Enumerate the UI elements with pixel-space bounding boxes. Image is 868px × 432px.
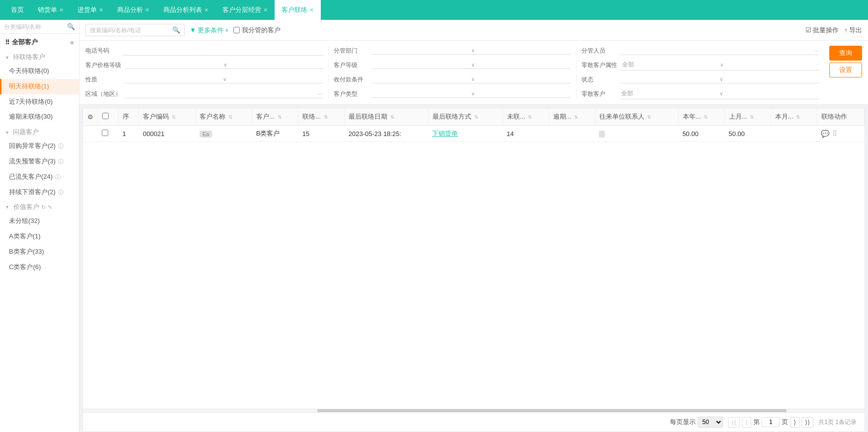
nav-customer-tier[interactable]: 客户分层经营 ✕ [216, 0, 275, 20]
sidebar-search-input[interactable] [4, 23, 67, 30]
advanced-filters: 电话号码 分管部门 ∨ 分管人员 [79, 41, 868, 105]
nature-select[interactable]: ∨ [123, 75, 323, 83]
region-more-icon[interactable]: ··· [318, 91, 322, 97]
col-action: 联络动作 [817, 108, 864, 126]
row-this-month [771, 126, 817, 142]
col-not-contacted[interactable]: 未联... ⇅ [503, 108, 549, 126]
last-method-link[interactable]: 下销货单 [432, 130, 458, 137]
col-gear[interactable]: ⚙ [83, 108, 98, 126]
nav-product-analysis[interactable]: 商品分析 ✕ [110, 0, 156, 20]
row-checkbox[interactable] [98, 126, 118, 142]
col-this-year[interactable]: 本年... ⇅ [678, 108, 724, 126]
select-all-checkbox[interactable] [102, 113, 109, 119]
row-code: 000021 [139, 126, 196, 142]
cust-grade-select[interactable]: ∨ [371, 61, 572, 69]
col-unit-contact[interactable]: 往来单位联系人 ⇅ [595, 108, 678, 126]
col-overdue[interactable]: 逾期... ⇅ [549, 108, 595, 126]
nav-sales-close[interactable]: ✕ [59, 7, 64, 13]
col-type[interactable]: 客户... ⇅ [252, 108, 298, 126]
cust-type-select[interactable]: ∨ [371, 90, 572, 98]
setting-button[interactable]: 设置 [829, 63, 862, 77]
dept-arrow: ∨ [471, 48, 569, 53]
sidebar-item-today[interactable]: 今天待联络(0) [0, 64, 79, 79]
more-conditions-btn[interactable]: ▼ 更多条件 ∧ [190, 26, 228, 35]
col-code[interactable]: 客户编码 ⇅ [139, 108, 196, 126]
first-page-btn[interactable]: ⟨⟨ [728, 417, 740, 428]
refresh-icon[interactable]: ↻ [41, 204, 46, 211]
search-icon[interactable]: 🔍 [67, 23, 75, 30]
pagination: ⟨⟨ ⟨ 第 页 ⟩ ⟩⟩ [728, 417, 813, 428]
search-icon[interactable]: 🔍 [172, 26, 180, 34]
filter-price-grade: 客户价格等级 ∨ [85, 61, 323, 70]
per-page-select[interactable]: 50 100 [698, 417, 723, 428]
sidebar-search-box[interactable]: 🔍 [0, 20, 79, 34]
divider5 [328, 74, 329, 84]
price-grade-select[interactable]: ∨ [124, 61, 323, 69]
nav-product-list-close[interactable]: ✕ [204, 7, 209, 13]
page-input[interactable] [762, 417, 780, 427]
export-btn[interactable]: ↑ 导出 [845, 26, 863, 35]
query-button[interactable]: 查询 [829, 46, 862, 61]
nav-product-analysis-close[interactable]: ✕ [145, 7, 149, 13]
sidebar-item-unclassified[interactable]: 未分组(32) [0, 214, 79, 229]
col-contact[interactable]: 联络... ⇅ [298, 108, 345, 126]
checkbox-icon: ☑ [805, 26, 811, 34]
sidebar-item-churned[interactable]: 已流失客户(24) ⓘ [0, 169, 79, 185]
status-select[interactable]: ∨ [619, 75, 819, 83]
retail-cust-select[interactable]: 全部 ∨ [619, 88, 819, 99]
sidebar-item-class-a[interactable]: A类客户(1) [0, 229, 79, 244]
nav-customer-tier-close[interactable]: ✕ [263, 7, 268, 13]
phone-input[interactable] [123, 46, 323, 56]
row-last-method[interactable]: 下销货单 [428, 126, 503, 142]
batch-ops-btn[interactable]: ☑ 批量操作 [805, 26, 839, 35]
retail-attr-select[interactable]: 全部 ∨ [620, 60, 819, 71]
price-grade-arrow: ∨ [223, 62, 321, 68]
col-name[interactable]: 客户名称 ⇅ [196, 108, 252, 126]
page-size-selector[interactable]: 每页显示 50 100 [670, 417, 723, 428]
last-page-btn[interactable]: ⟩⟩ [801, 417, 813, 428]
nav-product-list-label: 商品分析列表 [163, 5, 202, 14]
sidebar-item-class-b[interactable]: B类客户(33) [0, 244, 79, 260]
main-search-input[interactable] [90, 27, 170, 34]
retail-attr-label: 零散客户属性 [581, 61, 617, 70]
scrollbar-thumb[interactable] [317, 409, 786, 412]
prev-page-btn[interactable]: ⟨ [742, 417, 751, 428]
col-this-month[interactable]: 本月... ⇅ [771, 108, 817, 126]
sidebar-item-overdue[interactable]: 逾期未联络(30) [0, 109, 79, 125]
sidebar-item-class-c[interactable]: C类客户(6) [0, 260, 79, 275]
sidebar-item-declining[interactable]: 持续下滑客户(2) ⓘ [0, 185, 79, 200]
chat-action-icon[interactable]: 💬 [821, 130, 829, 138]
sidebar-item-abnormal-repurchase[interactable]: 回购异常客户(2) ⓘ [0, 139, 79, 154]
row-contact: 15 [298, 126, 345, 142]
edit-icon[interactable]: ✎ [48, 204, 52, 211]
col-last-date[interactable]: 最后联络日期 ⇅ [345, 108, 429, 126]
my-customers-checkbox[interactable] [233, 27, 240, 33]
col-last-method[interactable]: 最后联络方式 ⇅ [428, 108, 503, 126]
dept-select[interactable]: ∨ [371, 47, 572, 55]
payment-select[interactable]: ∨ [371, 75, 572, 83]
col-checkbox[interactable] [98, 108, 118, 126]
nav-purchase[interactable]: 进货单 ✕ [71, 0, 110, 20]
table-scrollbar[interactable] [82, 409, 865, 412]
grid-action-icon[interactable]: ⠿ [832, 130, 837, 138]
nav-customer-contact[interactable]: 客户联络 ✕ [275, 0, 321, 20]
next-page-btn[interactable]: ⟩ [790, 417, 799, 428]
row-select-checkbox[interactable] [102, 130, 108, 136]
nav-purchase-close[interactable]: ✕ [99, 7, 103, 13]
col-last-month[interactable]: 上月... ⇅ [724, 108, 771, 126]
row-no: 1 [118, 126, 139, 142]
row-action: 💬 ⠿ [817, 126, 864, 142]
problem-section-title: 问题客户 [0, 125, 79, 139]
collapse-icon[interactable]: « [70, 38, 74, 46]
sidebar-item-7days[interactable]: 近7天待联络(0) [0, 94, 79, 110]
nav-customer-contact-close[interactable]: ✕ [309, 7, 314, 13]
my-customers-checkbox-label[interactable]: 我分管的客户 [233, 26, 281, 35]
nav-product-list[interactable]: 商品分析列表 ✕ [156, 0, 216, 20]
nav-sales-order[interactable]: 销货单 ✕ [31, 0, 71, 20]
sidebar-item-churn-warning[interactable]: 流失预警客户(3) ⓘ [0, 154, 79, 169]
sidebar-item-tomorrow[interactable]: 明天待联络(1) [0, 79, 79, 94]
nature-label: 性质 [85, 75, 120, 84]
search-box[interactable]: 🔍 [85, 24, 185, 36]
nav-home[interactable]: 首页 [4, 0, 31, 20]
more-icon[interactable]: ··· [814, 48, 818, 54]
